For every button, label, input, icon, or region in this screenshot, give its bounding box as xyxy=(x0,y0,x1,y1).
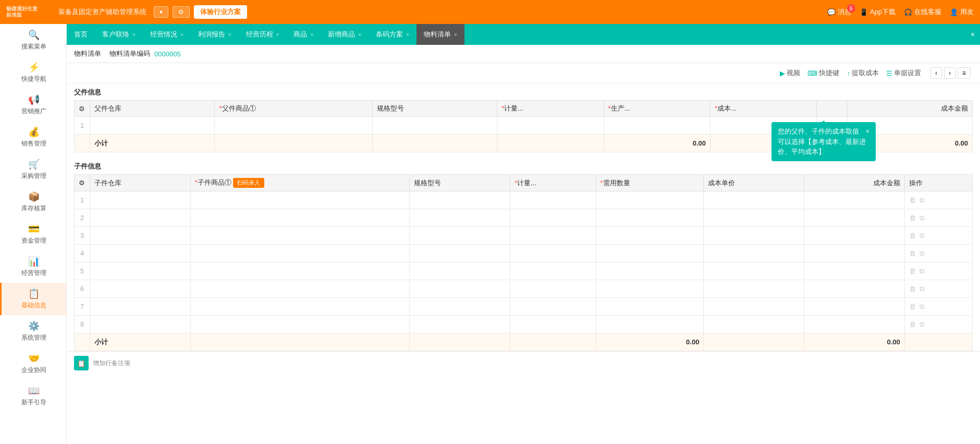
breadcrumb-item1[interactable]: 物料清单 xyxy=(74,49,101,58)
sidebar-item-finance[interactable]: 💳 资金管理 xyxy=(0,218,66,250)
tab-home[interactable]: 首页 xyxy=(67,24,95,45)
tab-operations-status[interactable]: 经营情况 × xyxy=(143,24,191,45)
copy-row3-btn[interactable]: ⧉ xyxy=(920,232,924,239)
sidebar-item-basicinfo[interactable]: 📋 基础信息 xyxy=(0,283,66,315)
trial-button[interactable]: 体验行业方案 xyxy=(194,5,247,19)
child-subtotal-row: 小计 0.00 0.00 xyxy=(75,333,973,351)
close-history-tab[interactable]: × xyxy=(276,32,279,38)
child-row2-product[interactable] xyxy=(190,209,410,227)
tab-barcode[interactable]: 条码方案 × xyxy=(369,24,416,45)
close-operations-tab[interactable]: × xyxy=(180,32,183,38)
copy-row1-btn[interactable]: ⧉ xyxy=(920,196,924,204)
child-row-3: 3 🗑 ⧉ xyxy=(75,227,973,245)
extract-icon: ↑ xyxy=(847,69,850,77)
user-btn[interactable]: 👤 用友 xyxy=(950,7,974,17)
view-action[interactable]: ▶ 视频 xyxy=(780,68,800,78)
sidebar-item-quicknav[interactable]: ⚡ 快捷导航 xyxy=(0,56,66,89)
extract-cost-action[interactable]: ↑ 提取成本 xyxy=(847,68,879,78)
copy-row5-btn[interactable]: ⧉ xyxy=(920,267,924,275)
breadcrumb-item2: 物料清单编码 xyxy=(109,49,150,58)
child-col-settings[interactable]: ⚙ xyxy=(75,175,90,191)
child-row1-qty[interactable] xyxy=(596,191,704,209)
tooltip-close-btn[interactable]: × xyxy=(865,126,869,137)
top-bar-mid: 装备及固定资产辅助管理系统 ▾ ⚙ 体验行业方案 xyxy=(58,5,827,19)
table-icon: 📋 xyxy=(77,359,85,367)
parent-section-title: 父件信息 xyxy=(74,88,973,97)
close-product-tab[interactable]: × xyxy=(310,32,313,38)
sidebar-item-system[interactable]: ⚙️ 系统管理 xyxy=(0,315,66,347)
prev-page-btn[interactable]: ‹ xyxy=(930,67,942,79)
child-row1-product[interactable] xyxy=(190,191,410,209)
child-row2-warehouse[interactable] xyxy=(90,209,191,227)
close-customer-tab[interactable]: × xyxy=(132,32,136,38)
sidebar-item-operations[interactable]: 📊 经营管理 xyxy=(0,250,66,283)
view-icon: ▶ xyxy=(780,69,785,77)
sidebar-item-cooperation[interactable]: 🤝 企业协同 xyxy=(0,347,66,380)
copy-row2-btn[interactable]: ⧉ xyxy=(920,214,924,222)
scan-input-btn[interactable]: 扫码录入 xyxy=(233,178,264,188)
child-row1-warehouse[interactable] xyxy=(90,191,191,209)
child-row2-unit[interactable] xyxy=(510,209,596,227)
top-actions: ▶ 视频 ⌨ 快捷键 ↑ 提取成本 ☰ 单据设置 ‹ › xyxy=(67,63,980,83)
sidebar-item-purchase[interactable]: 🛒 采购管理 xyxy=(0,153,66,186)
close-newproduct-tab[interactable]: × xyxy=(358,32,361,38)
delete-row3-btn[interactable]: 🗑 xyxy=(909,232,916,239)
message-btn[interactable]: 💬 消息 6 xyxy=(827,7,851,17)
shortcut-action[interactable]: ⌨ 快捷键 xyxy=(807,68,839,78)
tab-bom[interactable]: 物料清单 × xyxy=(416,24,464,45)
bottom-area: 📋 增加行备注项 xyxy=(67,351,980,375)
tab-new-product[interactable]: 新增商品 × xyxy=(321,24,369,45)
copy-row6-btn[interactable]: ⧉ xyxy=(920,285,924,293)
parent-row1-product[interactable] xyxy=(215,117,372,135)
child-row1-unitcost[interactable] xyxy=(704,191,804,209)
close-bom-tab[interactable]: × xyxy=(454,32,457,38)
parent-row1-spec[interactable] xyxy=(372,117,497,135)
service-btn[interactable]: 🎧 在线客服 xyxy=(904,7,941,17)
parent-row1-production[interactable] xyxy=(604,117,710,135)
sidebar-item-marketing[interactable]: 📢 营销推广 xyxy=(0,89,66,121)
sidebar-item-search[interactable]: 🔍 搜索菜单 xyxy=(0,24,66,56)
logo-line1: 畅捷通好生意 xyxy=(6,6,58,12)
child-row2-qty[interactable] xyxy=(596,209,704,227)
child-row1-spec[interactable] xyxy=(410,191,510,209)
sidebar-item-guide[interactable]: 📖 新手引导 xyxy=(0,380,66,412)
close-all-tabs[interactable]: × xyxy=(965,30,980,39)
parent-col-settings[interactable]: ⚙ xyxy=(75,101,90,117)
delete-row1-btn[interactable]: 🗑 xyxy=(909,196,916,204)
copy-row7-btn[interactable]: ⧉ xyxy=(920,303,924,310)
delete-row6-btn[interactable]: 🗑 xyxy=(909,285,916,293)
parent-row1-unit[interactable] xyxy=(497,117,604,135)
sidebar-item-inventory[interactable]: 📦 库存核算 xyxy=(0,186,66,218)
copy-row8-btn[interactable]: ⧉ xyxy=(920,320,924,328)
copy-row4-btn[interactable]: ⧉ xyxy=(920,249,924,257)
delete-row5-btn[interactable]: 🗑 xyxy=(909,267,916,275)
single-settings-action[interactable]: ☰ 单据设置 xyxy=(886,68,921,78)
parent-col-product: *父件商品① xyxy=(215,101,372,117)
child-row2-spec[interactable] xyxy=(410,209,510,227)
delete-row2-btn[interactable]: 🗑 xyxy=(909,214,916,222)
page-navigation: ‹ › ≡ xyxy=(928,65,973,81)
search-icon: 🔍 xyxy=(28,29,40,41)
delete-row7-btn[interactable]: 🗑 xyxy=(909,303,916,310)
parent-row1-warehouse[interactable] xyxy=(90,117,215,135)
tab-operations-history[interactable]: 经营历程 × xyxy=(239,24,287,45)
delete-row8-btn[interactable]: 🗑 xyxy=(909,320,916,328)
child-row1-unit[interactable] xyxy=(510,191,596,209)
delete-row4-btn[interactable]: 🗑 xyxy=(909,249,916,257)
tab-customer[interactable]: 客户联络 × xyxy=(95,24,143,45)
list-view-btn[interactable]: ≡ xyxy=(958,67,971,79)
child-row1-ops: 🗑 ⧉ xyxy=(904,191,972,209)
dropdown-btn[interactable]: ▾ xyxy=(154,6,168,18)
settings-btn[interactable]: ⚙ xyxy=(173,6,190,18)
app-download-btn[interactable]: 📱 App下载 xyxy=(860,7,896,17)
close-barcode-tab[interactable]: × xyxy=(406,32,409,38)
child-subtotal-qty: 0.00 xyxy=(596,333,704,351)
tab-profit-report[interactable]: 利润报告 × xyxy=(191,24,239,45)
child-row-2: 2 🗑 ⧉ xyxy=(75,209,973,227)
add-note-btn[interactable]: 📋 xyxy=(74,356,89,370)
next-page-btn[interactable]: › xyxy=(944,67,956,79)
child-row2-unitcost[interactable] xyxy=(704,209,804,227)
tab-product[interactable]: 商品 × xyxy=(286,24,321,45)
sidebar-item-sales[interactable]: 💰 销售管理 xyxy=(0,121,66,153)
close-profit-tab[interactable]: × xyxy=(228,32,231,38)
